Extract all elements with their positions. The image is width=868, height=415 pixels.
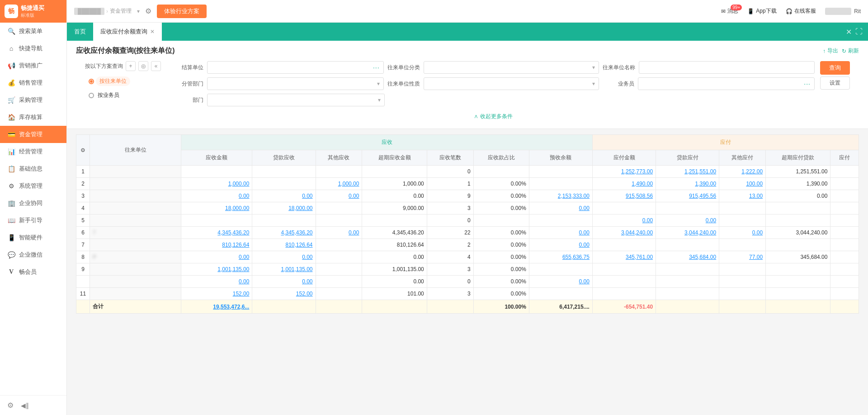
query-button[interactable]: 查询 [820,61,850,75]
setting-button[interactable]: 设置 [820,76,850,90]
ar-prepay-cell [529,263,592,276]
unit-category-input[interactable]: ▾ [424,61,599,74]
settings-scheme-button[interactable]: ◎ [138,61,148,71]
ar-loan-cell[interactable]: 18,000.00 [252,202,316,215]
settlement-unit-input[interactable]: ··· [207,61,384,74]
ap-amount-cell[interactable]: 345,761.00 [592,251,656,263]
collapse-icon[interactable]: ◀‖ [21,402,29,409]
ar-loan-cell[interactable]: 4,345,436.20 [252,227,316,239]
ar-amount-cell[interactable]: 810,126.64 [181,239,252,251]
ap-other-cell[interactable]: 13.00 [719,190,766,202]
ap-other-cell[interactable]: 0.00 [719,227,766,239]
refresh-button[interactable]: ↻ 刷新 [842,47,859,55]
ar-prepay-cell[interactable]: 0.00 [529,276,592,288]
ar-amount-cell[interactable]: 1,000.00 [181,178,252,190]
ar-prepay-cell[interactable]: 0.00 [529,202,592,215]
ap-other-cell[interactable]: 77.00 [719,251,766,263]
topbar-dropdown-arrow[interactable]: ▾ [137,8,140,14]
sidebar-item-fund[interactable]: 💳 资金管理 [0,126,66,143]
export-button[interactable]: ↑ 导出 [823,47,838,55]
sidebar-item-search[interactable]: 🔍 搜索菜单 [0,23,66,40]
ap-amount-cell[interactable]: 0.00 [592,215,656,227]
ar-amount-cell[interactable]: 0.00 [181,190,252,202]
sidebar-item-enterprise[interactable]: 🏢 企业协同 [0,195,66,212]
message-button[interactable]: ✉ 消息 99+ [721,7,738,15]
ar-ratio-cell: 0.00% [473,263,529,276]
ap-cell [830,202,859,215]
ar-loan-cell[interactable]: 1,001,135.00 [252,263,316,276]
ap-loan-cell[interactable]: 0.00 [656,215,719,227]
ar-amount-cell[interactable]: 0.00 [181,251,252,263]
ap-other-cell[interactable]: 1,222.00 [719,166,766,178]
ar-loan-cell[interactable]: 0.00 [252,276,316,288]
unit-cell [90,288,181,300]
sidebar-item-quick[interactable]: ⌂ 快捷导航 [0,40,66,57]
tab-home[interactable]: 首页 [67,23,93,41]
unit-nature-input[interactable]: ▾ [424,77,599,90]
ar-amount-cell[interactable]: 18,000.00 [181,202,252,215]
table-row: 21,000.001,000.001,000.0010.00%1,490.001… [76,178,859,190]
unit-name-input[interactable] [639,61,815,74]
ar-other-cell[interactable]: 0.00 [316,227,362,239]
ap-amount-cell[interactable]: 915,508.56 [592,190,656,202]
topbar-gear-icon[interactable]: ⚙ [145,7,151,15]
ap-loan-cell[interactable]: 1,390.00 [656,178,719,190]
sidebar-item-operation[interactable]: 📊 经营管理 [0,143,66,160]
ap-loan-cell[interactable]: 915,495.56 [656,190,719,202]
ar-amount-cell[interactable]: 152.00 [181,288,252,300]
ar-loan-cell[interactable]: 0.00 [252,251,316,263]
collapse-filter-button[interactable]: ∧ 收起更多条件 [172,110,815,123]
ap-amount-cell[interactable]: 1,490.00 [592,178,656,190]
sidebar-item-label: 畅会员 [19,268,37,276]
ar-other-cell[interactable]: 0.00 [316,190,362,202]
ap-amount-cell[interactable]: 3,044,240.00 [592,227,656,239]
sidebar-item-sales[interactable]: 💰 销售管理 [0,74,66,91]
close-window-icon[interactable]: ✕ [846,28,852,36]
maximize-icon[interactable]: ⛶ [855,28,863,36]
sidebar-item-purchase[interactable]: 🛒 采购管理 [0,91,66,109]
ar-count-cell: 0 [427,276,473,288]
tab-close-icon[interactable]: ✕ [150,29,155,35]
sidebar-item-wechat[interactable]: 💬 企业微信 [0,246,66,263]
dept-input[interactable]: ▾ [207,94,385,106]
ap-loan-cell[interactable]: 3,044,240.00 [656,227,719,239]
tab-ar-ap[interactable]: 应收应付余额查询 ✕ [93,23,162,41]
online-service-button[interactable]: 🎧 在线客服 [786,7,816,15]
table-area[interactable]: ⚙ 往来单位 应收 应付 应收金额 贷款应收 其他应收 超期应收金额 应收笔数 … [67,129,868,415]
ar-prepay-cell[interactable]: 655,636.75 [529,251,592,263]
user-menu[interactable]: ████ Rit [825,8,861,14]
ar-prepay-cell[interactable]: 0.00 [529,239,592,251]
scheme-by-staff[interactable]: 按业务员 [85,90,166,101]
sidebar-item-basic[interactable]: 📋 基础信息 [0,160,66,177]
ap-other-cell[interactable]: 100.00 [719,178,766,190]
ap-amount-cell[interactable]: 1,252,773.00 [592,166,656,178]
salesperson-input[interactable]: ··· [638,77,815,90]
ar-amount-cell[interactable]: 0.00 [181,276,252,288]
collapse-scheme-button[interactable]: « [151,61,161,71]
sidebar-item-member[interactable]: V 畅会员 [0,263,66,281]
ar-other-cell[interactable]: 1,000.00 [316,178,362,190]
settings-col-header[interactable]: ⚙ [76,135,90,166]
ar-loan-cell[interactable]: 810,126.64 [252,239,316,251]
sidebar-item-inventory[interactable]: 🏠 库存核算 [0,109,66,126]
ar-prepay-cell[interactable]: 2,153,333.00 [529,190,592,202]
ap-loan-cell[interactable]: 1,251,551.00 [656,166,719,178]
add-scheme-button[interactable]: + [126,61,136,71]
sidebar-item-newbie[interactable]: 📖 新手引导 [0,212,66,229]
ar-loan-cell[interactable]: 152.00 [252,288,316,300]
ar-amount-cell[interactable]: 4,345,436.20 [181,227,252,239]
dept-mgr-input[interactable]: ▾ [207,77,384,90]
sidebar-item-hardware[interactable]: 📱 智能硬件 [0,229,66,246]
ar-ratio-cell: 0.00% [473,202,529,215]
app-download-button[interactable]: 📱 App下载 [747,7,776,15]
ap-overdue-cell [766,202,830,215]
ar-amount-cell[interactable]: 1,001,135.00 [181,263,252,276]
settings-icon[interactable]: ⚙ [7,401,14,410]
solution-button[interactable]: 体验行业方案 [157,5,207,18]
sidebar-item-marketing[interactable]: 📢 营销推广 [0,57,66,74]
ar-loan-cell[interactable]: 0.00 [252,190,316,202]
sidebar-item-system[interactable]: ⚙ 系统管理 [0,177,66,195]
ar-prepay-cell[interactable]: 0.00 [529,227,592,239]
scheme-by-unit[interactable]: 按往来单位 [85,75,166,88]
ap-loan-cell[interactable]: 345,684.00 [656,251,719,263]
